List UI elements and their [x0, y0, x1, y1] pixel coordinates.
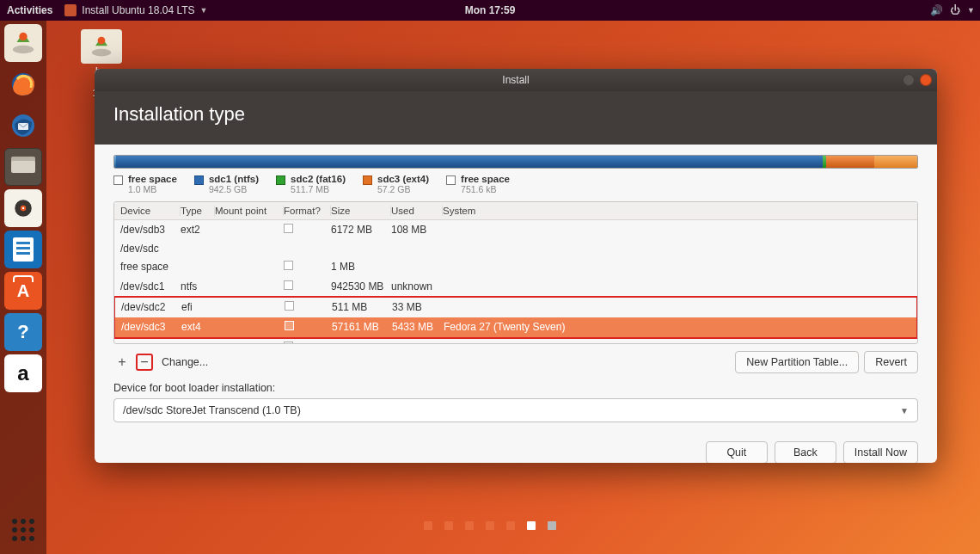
- col-format[interactable]: Format?: [284, 206, 331, 216]
- format-checkbox[interactable]: [285, 301, 294, 311]
- table-row[interactable]: free space0 MB: [114, 338, 917, 343]
- table-row[interactable]: /dev/sdb3ext26172 MB108 MB: [114, 220, 917, 240]
- swatch-icon: [194, 175, 204, 185]
- pager-dot: [506, 521, 515, 530]
- swatch-icon: [276, 175, 285, 185]
- legend-item: sdc3 (ext4)57.2 GB: [363, 174, 429, 194]
- show-apps-button[interactable]: [4, 511, 42, 549]
- quit-button[interactable]: Quit: [706, 441, 768, 463]
- bootloader-value: /dev/sdc StoreJet Transcend (1.0 TB): [123, 404, 301, 416]
- cell: 108 MB: [391, 224, 443, 236]
- cell: ext2: [181, 224, 215, 236]
- partition-table: Device Type Mount point Format? Size Use…: [113, 201, 918, 344]
- remove-partition-button[interactable]: −: [136, 354, 153, 371]
- svg-point-8: [92, 49, 112, 57]
- dock-files-icon[interactable]: [4, 148, 42, 186]
- volume-icon[interactable]: 🔊: [930, 4, 943, 16]
- col-used[interactable]: Used: [391, 206, 443, 216]
- table-row[interactable]: /dev/sdc2efi511 MB33 MB: [115, 298, 916, 317]
- dock-software-icon[interactable]: [4, 272, 42, 310]
- step-pager: [424, 521, 556, 530]
- format-checkbox[interactable]: [285, 321, 294, 330]
- svg-point-1: [19, 33, 27, 40]
- swatch-icon: [113, 175, 123, 185]
- activities-button[interactable]: Activities: [0, 4, 59, 16]
- window-titlebar[interactable]: Install: [95, 69, 937, 91]
- cell: 6172 MB: [331, 224, 391, 236]
- col-mount[interactable]: Mount point: [215, 206, 284, 216]
- cell: /dev/sdc1: [120, 280, 181, 292]
- close-button[interactable]: [920, 74, 932, 86]
- dock-firefox-icon[interactable]: [4, 65, 42, 103]
- format-checkbox[interactable]: [284, 224, 293, 233]
- swatch-icon: [446, 175, 456, 185]
- table-row[interactable]: /dev/sdc3ext457161 MB5433 MBFedora 27 (T…: [115, 317, 916, 337]
- bootloader-select[interactable]: /dev/sdc StoreJet Transcend (1.0 TB) ▼: [113, 398, 918, 422]
- cell: /dev/sdc3: [121, 321, 181, 333]
- format-checkbox[interactable]: [284, 261, 293, 270]
- dock-thunderbird-icon[interactable]: [4, 107, 42, 145]
- minimize-button[interactable]: [903, 74, 915, 86]
- cell: 1 MB: [331, 261, 391, 273]
- dock-help-icon[interactable]: [4, 313, 42, 351]
- svg-point-7: [22, 207, 24, 209]
- format-checkbox[interactable]: [284, 342, 293, 343]
- dock-writer-icon[interactable]: [4, 231, 42, 268]
- clock[interactable]: Mon 17:59: [465, 4, 516, 16]
- chevron-down-icon: ▼: [900, 406, 909, 416]
- col-size[interactable]: Size: [331, 206, 391, 216]
- page-heading: Installation type: [95, 91, 937, 145]
- pager-dot: [486, 521, 494, 530]
- back-button[interactable]: Back: [775, 441, 836, 463]
- format-checkbox[interactable]: [284, 280, 293, 290]
- table-row[interactable]: free space1 MB: [114, 257, 917, 277]
- dock-amazon-icon[interactable]: [4, 354, 42, 392]
- chevron-down-icon[interactable]: ▼: [967, 6, 975, 15]
- pager-dot: [444, 521, 453, 530]
- revert-button[interactable]: Revert: [864, 351, 918, 373]
- legend-item: sdc1 (ntfs)942.5 GB: [194, 174, 259, 194]
- svg-point-0: [13, 46, 34, 53]
- legend: free space1.0 MB sdc1 (ntfs)942.5 GB sdc…: [113, 174, 918, 194]
- cell: [284, 342, 331, 343]
- swatch-icon: [363, 175, 372, 185]
- disk-row[interactable]: /dev/sdc: [114, 240, 917, 257]
- cell: 0 MB: [331, 342, 391, 343]
- disk-usage-bar[interactable]: [113, 155, 918, 169]
- cell: ext4: [181, 321, 216, 333]
- pager-dot: [465, 521, 474, 530]
- cell: ntfs: [181, 280, 215, 292]
- table-body[interactable]: /dev/sdb3ext26172 MB108 MB/dev/sdcfree s…: [114, 220, 917, 343]
- col-type[interactable]: Type: [181, 206, 215, 216]
- legend-item: sdc2 (fat16)511.7 MB: [276, 174, 346, 194]
- power-icon[interactable]: ⏻: [950, 4, 960, 16]
- install-now-button[interactable]: Install Now: [843, 441, 918, 463]
- cell: [284, 280, 331, 292]
- cell: free space: [120, 342, 181, 343]
- cell: 511 MB: [332, 301, 392, 313]
- cell: [285, 301, 332, 313]
- app-menu[interactable]: Install Ubuntu 18.04 LTS ▼: [59, 4, 212, 16]
- legend-item: free space751.6 kB: [446, 174, 510, 194]
- usage-seg-free2: [874, 156, 917, 168]
- col-device[interactable]: Device: [120, 206, 181, 216]
- dock: [0, 21, 46, 554]
- legend-item: free space1.0 MB: [113, 174, 177, 194]
- pager-dot: [548, 521, 556, 530]
- installer-app-icon: [64, 4, 77, 16]
- add-partition-button[interactable]: +: [113, 354, 131, 371]
- bootloader-label: Device for boot loader installation:: [113, 382, 918, 394]
- dock-rhythmbox-icon[interactable]: [4, 189, 42, 227]
- chevron-down-icon: ▼: [200, 6, 208, 15]
- change-button[interactable]: Change...: [158, 354, 211, 370]
- new-partition-table-button[interactable]: New Partition Table...: [735, 351, 859, 373]
- dock-installer-icon[interactable]: [4, 24, 42, 62]
- cell: unknown: [391, 280, 443, 292]
- top-bar: Activities Install Ubuntu 18.04 LTS ▼ Mo…: [0, 0, 980, 21]
- svg-point-9: [98, 37, 106, 45]
- table-row[interactable]: /dev/sdc1ntfs942530 MBunknown: [114, 277, 917, 297]
- pager-dot-current: [527, 521, 536, 530]
- window-title: Install: [502, 74, 529, 86]
- col-system[interactable]: System: [443, 206, 911, 216]
- cell: 942530 MB: [331, 280, 391, 292]
